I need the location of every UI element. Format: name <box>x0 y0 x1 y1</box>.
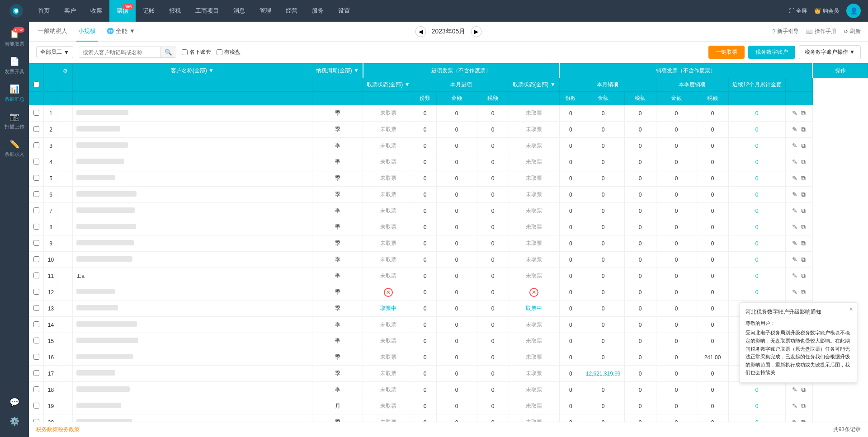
edit-icon[interactable]: ✎ <box>792 109 797 117</box>
nav-item-accounting[interactable]: 记账 <box>136 0 162 22</box>
row-checkbox[interactable] <box>33 142 39 148</box>
sidebar-item-scan-upload[interactable]: 📷 扫描上传 <box>2 108 27 134</box>
vip-button[interactable]: 👑 购会员 <box>814 7 839 15</box>
copy-icon[interactable]: ⧉ <box>801 418 806 422</box>
nav-item-service[interactable]: 服务 <box>305 0 331 22</box>
edit-icon[interactable]: ✎ <box>792 418 797 422</box>
tax-policy-link[interactable]: 税务政策 <box>36 426 58 433</box>
cum-zero[interactable]: 0 <box>755 224 759 230</box>
cum-zero[interactable]: 0 <box>755 110 759 117</box>
row-checkbox[interactable] <box>33 126 39 132</box>
notification-close-button[interactable]: ✕ <box>849 306 853 312</box>
edit-icon[interactable]: ✎ <box>792 174 797 182</box>
row-checkbox[interactable] <box>33 321 39 327</box>
nav-item-settings[interactable]: 设置 <box>331 0 357 22</box>
sidebar-item-messages[interactable]: 💬 <box>2 394 27 411</box>
row-checkbox[interactable] <box>33 175 39 181</box>
cum-zero[interactable]: 0 <box>755 289 759 296</box>
nav-item-receive[interactable]: 收票 <box>83 0 109 22</box>
sidebar-item-invoice-open[interactable]: 📄 发票开具 <box>2 53 27 79</box>
edit-icon[interactable]: ✎ <box>792 240 797 247</box>
search-button[interactable]: 🔍 <box>160 47 176 57</box>
manual-button[interactable]: 📖 操作手册 <box>806 28 836 35</box>
select-all-checkbox[interactable] <box>33 81 39 87</box>
cum-zero[interactable]: 0 <box>755 127 759 133</box>
digital-tax-ops-button[interactable]: 税务数字账户操作 ▼ <box>799 45 861 59</box>
row-checkbox[interactable] <box>33 240 39 246</box>
edit-icon[interactable]: ✎ <box>792 402 797 410</box>
copy-icon[interactable]: ⧉ <box>801 126 806 133</box>
copy-icon[interactable]: ⧉ <box>801 240 806 247</box>
edit-icon[interactable]: ✎ <box>792 288 797 296</box>
copy-icon[interactable]: ⧉ <box>801 288 806 296</box>
edit-icon[interactable]: ✎ <box>792 207 797 215</box>
cum-zero[interactable]: 0 <box>755 240 759 247</box>
row-checkbox[interactable] <box>33 256 39 262</box>
cum-zero[interactable]: 0 <box>755 143 759 149</box>
tab-all-capable[interactable]: 🌐 全能 ▼ <box>105 22 137 42</box>
employee-select[interactable]: 全部员工 ▼ <box>36 46 73 58</box>
copy-icon[interactable]: ⧉ <box>801 142 806 150</box>
edit-icon[interactable]: ✎ <box>792 191 797 198</box>
row-checkbox[interactable] <box>33 386 39 392</box>
row-checkbox[interactable] <box>33 159 39 164</box>
cum-zero[interactable]: 0 <box>755 273 759 279</box>
tab-general-taxpayer[interactable]: 一般纳税人 <box>36 22 69 42</box>
nav-item-customer[interactable]: 客户 <box>57 0 83 22</box>
nav-item-home[interactable]: 首页 <box>31 0 57 22</box>
prev-month-button[interactable]: ◀ <box>415 26 426 37</box>
my-accounts-checkbox[interactable]: 名下账套 <box>182 48 211 56</box>
copy-icon[interactable]: ⧉ <box>801 109 806 117</box>
row-checkbox[interactable] <box>33 110 39 116</box>
edit-icon[interactable]: ✎ <box>792 223 797 231</box>
th-out-status[interactable]: 取票状态(全部) ▼ <box>509 78 559 92</box>
search-input[interactable] <box>79 47 160 57</box>
edit-icon[interactable]: ✎ <box>792 142 797 150</box>
cum-zero[interactable]: 0 <box>755 208 759 214</box>
digital-tax-account-button[interactable]: 税务数字账户 <box>748 46 795 59</box>
copy-icon[interactable]: ⧉ <box>801 207 806 215</box>
nav-item-admin[interactable]: 管理 <box>252 0 278 22</box>
copy-icon[interactable]: ⧉ <box>801 272 806 280</box>
row-checkbox[interactable] <box>33 207 39 213</box>
one-click-fetch-button[interactable]: 一键取票 <box>708 46 745 59</box>
row-checkbox[interactable] <box>33 191 39 197</box>
new-guide-button[interactable]: ? 新手引导 <box>772 28 799 35</box>
refresh-button[interactable]: ↺ 刷新 <box>844 28 861 35</box>
row-checkbox[interactable] <box>33 338 39 343</box>
nav-item-message[interactable]: 消息 <box>226 0 252 22</box>
row-checkbox[interactable] <box>33 273 39 278</box>
cum-zero[interactable]: 0 <box>755 159 759 165</box>
copy-icon[interactable]: ⧉ <box>801 386 806 394</box>
edit-icon[interactable]: ✎ <box>792 158 797 166</box>
copy-icon[interactable]: ⧉ <box>801 158 806 166</box>
sidebar-item-smart-fetch[interactable]: 📋 智能取票 new <box>2 25 27 51</box>
nav-item-tax[interactable]: 报税 <box>162 0 188 22</box>
row-checkbox[interactable] <box>33 370 39 376</box>
tab-small-scale[interactable]: 小规模 <box>76 22 98 42</box>
copy-icon[interactable]: ⧉ <box>801 191 806 198</box>
row-checkbox[interactable] <box>33 305 39 311</box>
edit-icon[interactable]: ✎ <box>792 272 797 280</box>
nav-item-invoice[interactable]: 票据 new <box>109 0 136 22</box>
row-checkbox[interactable] <box>33 403 39 409</box>
sidebar-item-config[interactable]: ⚙️ <box>2 413 27 430</box>
copy-icon[interactable]: ⧉ <box>801 174 806 182</box>
cum-zero[interactable]: 0 <box>755 175 759 182</box>
cum-zero[interactable]: 0 <box>755 387 759 393</box>
sidebar-item-invoice-entry[interactable]: ✏️ 票据录入 <box>2 136 27 161</box>
fullscreen-button[interactable]: ⛶ 全屏 <box>789 7 807 15</box>
next-month-button[interactable]: ▶ <box>471 26 481 37</box>
nav-item-business[interactable]: 工商项目 <box>188 0 226 22</box>
row-checkbox[interactable] <box>33 354 39 360</box>
tax-policy-text[interactable]: 税务政策 <box>58 426 80 433</box>
copy-icon[interactable]: ⧉ <box>801 402 806 410</box>
edit-icon[interactable]: ✎ <box>792 256 797 263</box>
row-checkbox[interactable] <box>33 224 39 230</box>
copy-icon[interactable]: ⧉ <box>801 223 806 231</box>
has-tax-disk-checkbox[interactable]: 有税盘 <box>217 48 241 56</box>
edit-icon[interactable]: ✎ <box>792 386 797 394</box>
user-avatar[interactable]: 👤 <box>846 4 861 18</box>
edit-icon[interactable]: ✎ <box>792 126 797 133</box>
cum-zero[interactable]: 0 <box>755 192 759 198</box>
